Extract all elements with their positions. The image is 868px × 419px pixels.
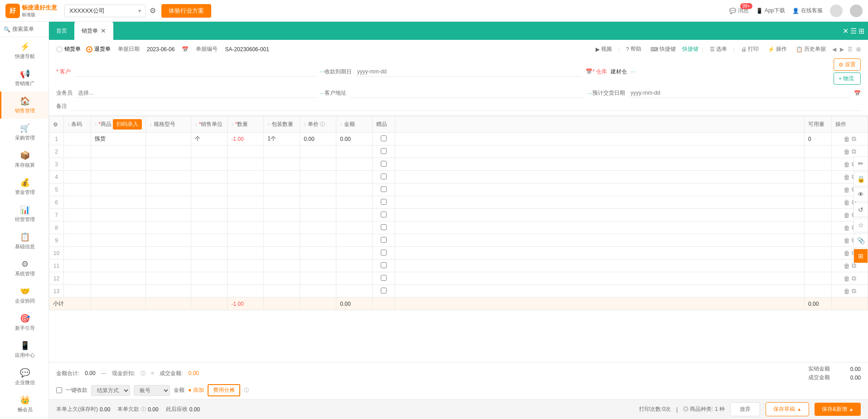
float-orange-btn[interactable]: ⊞	[853, 249, 868, 263]
row-spec[interactable]	[146, 183, 191, 196]
row-barcode[interactable]	[64, 133, 91, 145]
row-barcode[interactable]	[64, 183, 91, 196]
payment-due-input[interactable]	[355, 67, 582, 77]
float-attachment-btn[interactable]: 📎	[853, 233, 868, 248]
float-star-btn[interactable]: ☆	[853, 218, 868, 232]
grid-view-icon[interactable]: ⊞	[856, 46, 861, 53]
row-goods[interactable]	[91, 260, 146, 272]
row-spec[interactable]	[146, 171, 191, 183]
layout-list-icon[interactable]: ☰	[850, 27, 857, 35]
fee-split-info-icon[interactable]: ⓘ	[244, 387, 249, 394]
row-barcode[interactable]	[64, 158, 91, 171]
row-goods[interactable]	[91, 272, 146, 285]
user-avatar[interactable]	[830, 5, 843, 17]
row-unit-price[interactable]	[300, 260, 336, 272]
row-spec[interactable]	[146, 222, 191, 234]
row-gift[interactable]	[373, 133, 395, 145]
notes-input[interactable]	[71, 101, 861, 111]
row-unit-price[interactable]	[300, 171, 336, 183]
row-unit-price[interactable]	[300, 145, 336, 158]
radio-return[interactable]: 退货单	[86, 45, 111, 53]
copy-icon[interactable]: ⧉	[852, 262, 856, 270]
row-qty[interactable]	[228, 158, 264, 171]
delete-icon[interactable]: 🗑	[844, 288, 850, 295]
row-qty[interactable]	[228, 272, 264, 285]
row-barcode[interactable]	[64, 222, 91, 234]
sidebar-item-quick-nav[interactable]: ⚡ 快捷导航	[0, 37, 48, 64]
delete-icon[interactable]: 🗑	[844, 173, 850, 181]
layout-grid-icon[interactable]: ⊞	[858, 27, 864, 35]
row-unit-price[interactable]	[300, 234, 336, 247]
row-gift[interactable]	[373, 247, 395, 260]
float-refresh-btn[interactable]: ↺	[853, 202, 868, 217]
salesperson-input[interactable]	[76, 88, 316, 98]
delete-icon[interactable]: 🗑	[844, 262, 850, 270]
row-gift[interactable]	[373, 209, 395, 222]
search-menu[interactable]: 🔍 搜索菜单	[0, 22, 48, 37]
cash-discount-info-icon[interactable]: ⓘ	[141, 370, 145, 377]
sidebar-item-finance[interactable]: 💰 资金管理	[0, 173, 48, 200]
row-barcode[interactable]	[64, 234, 91, 247]
copy-icon[interactable]: ⧉	[852, 135, 856, 143]
salesperson-expand-icon[interactable]: ···	[320, 90, 325, 96]
delete-icon[interactable]: 🗑	[844, 212, 850, 219]
user-avatar2[interactable]	[850, 5, 863, 17]
row-barcode[interactable]	[64, 196, 91, 209]
operation-btn[interactable]: ⚡ 操作	[765, 44, 790, 54]
delivery-date-input[interactable]	[629, 88, 850, 98]
scan-btn[interactable]: 扫码录入	[113, 119, 142, 130]
sidebar-item-member[interactable]: 👑 畅会员	[0, 390, 48, 418]
experience-btn[interactable]: 体验行业方案	[161, 4, 211, 18]
row-unit-price[interactable]	[300, 183, 336, 196]
close-tab-icon[interactable]: ✕	[843, 27, 849, 35]
warehouse-expand-icon[interactable]: ···	[630, 68, 635, 75]
row-qty[interactable]: -1.00	[228, 133, 264, 145]
delete-icon[interactable]: 🗑	[844, 186, 850, 193]
th-settings[interactable]: ⚙	[49, 116, 64, 133]
notification-btn[interactable]: 💬 消息 99+	[729, 7, 749, 14]
sidebar-item-sales[interactable]: 🏠 销售管理	[0, 92, 48, 119]
float-lock-btn[interactable]: 🔒	[853, 172, 868, 186]
row-unit-price[interactable]	[300, 209, 336, 222]
row-spec[interactable]	[146, 196, 191, 209]
delete-icon[interactable]: 🗑	[844, 275, 850, 282]
logistics-btn[interactable]: + 物流	[834, 72, 861, 85]
row-goods[interactable]	[91, 234, 146, 247]
copy-icon[interactable]: ⧉	[852, 275, 856, 282]
row-barcode[interactable]	[64, 145, 91, 158]
row-unit-price[interactable]	[300, 158, 336, 171]
online-service-btn[interactable]: 👤 在线客服	[792, 7, 823, 14]
row-spec[interactable]	[146, 133, 191, 145]
radio-sales[interactable]: 销货单	[56, 45, 81, 53]
row-spec[interactable]	[146, 158, 191, 171]
delete-icon[interactable]: 🗑	[844, 199, 850, 206]
row-goods[interactable]	[91, 183, 146, 196]
help-btn[interactable]: ? 帮助	[623, 44, 644, 54]
row-gift[interactable]	[373, 183, 395, 196]
row-qty[interactable]	[228, 196, 264, 209]
row-goods[interactable]	[91, 285, 146, 298]
row-spec[interactable]	[146, 260, 191, 272]
video-btn[interactable]: ▶ 视频	[593, 44, 615, 54]
unit-price-info-icon[interactable]: ⓘ	[320, 121, 325, 127]
row-gift[interactable]	[373, 196, 395, 209]
calc-method-select[interactable]: 结算方式	[91, 385, 130, 396]
row-goods[interactable]: 拣货	[91, 133, 146, 145]
delivery-cal-icon[interactable]: 📅	[854, 90, 861, 96]
row-goods[interactable]	[91, 158, 146, 171]
settings-icon[interactable]: ⚙	[150, 6, 156, 15]
add-btn[interactable]: ● 添加	[188, 386, 204, 394]
float-edit-btn[interactable]: ✏	[853, 156, 868, 171]
sidebar-item-system[interactable]: ⚙ 系统管理	[0, 255, 48, 282]
prev-icon[interactable]: ◀	[832, 46, 836, 53]
calendar-icon[interactable]: 📅	[182, 46, 189, 53]
owed-info-icon[interactable]: ⓘ	[141, 406, 146, 413]
float-eye-btn[interactable]: 👁	[853, 187, 868, 202]
company-selector[interactable]: XXXXXX公司 ▾	[64, 5, 146, 17]
sidebar-item-basic-info[interactable]: 📋 基础信息	[0, 227, 48, 255]
sidebar-item-enterprise[interactable]: 🤝 企业协同	[0, 282, 48, 309]
address-expand-icon[interactable]: ···	[588, 90, 592, 96]
customer-address-input[interactable]	[350, 88, 585, 98]
account-select[interactable]: 账号	[134, 385, 170, 396]
save-new-btn[interactable]: 保存&新增 ▲	[815, 403, 861, 416]
